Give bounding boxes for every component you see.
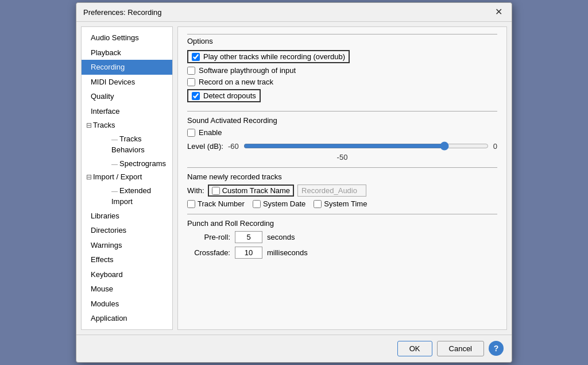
dialog-footer: OK Cancel ? [76, 335, 512, 362]
custom-track-name-label[interactable]: Custom Track Name [222, 186, 290, 195]
system-time-item: System Time [314, 199, 367, 208]
detect-dropouts-label[interactable]: Detect dropouts [203, 91, 256, 100]
level-value-display: -50 [187, 153, 497, 162]
enable-sound-label[interactable]: Enable [199, 128, 222, 137]
dialog-body: Audio Settings Playback Recording MIDI D… [76, 22, 512, 335]
crossfade-row: Crossfade: milliseconds [187, 247, 497, 259]
content-panel: Options Play other tracks while recordin… [177, 26, 507, 330]
record-new-track-row: Record on a new track [187, 78, 497, 86]
sidebar-item-playback[interactable]: Playback [82, 45, 172, 60]
title-bar: Preferences: Recording ✕ [76, 3, 512, 22]
sidebar-item-warnings[interactable]: Warnings [82, 238, 172, 253]
sidebar-item-audio-settings[interactable]: Audio Settings [82, 30, 172, 45]
crossfade-unit: milliseconds [267, 248, 308, 257]
options-title: Options [187, 37, 497, 45]
sidebar-item-extended-import[interactable]: Extended Import [95, 184, 172, 209]
system-date-label[interactable]: System Date [263, 199, 305, 208]
additional-checkboxes-row: Track Number System Date System Time [187, 199, 497, 208]
track-number-label[interactable]: Track Number [198, 199, 245, 208]
preroll-label: Pre-roll: [187, 233, 230, 241]
sidebar-item-recording[interactable]: Recording [82, 60, 172, 75]
with-row: With: Custom Track Name [187, 185, 497, 197]
tracks-collapse-icon: ⊟ [86, 120, 92, 130]
dialog-title: Preferences: Recording [83, 8, 162, 17]
level-label: Level (dB): [187, 142, 223, 151]
sidebar-item-modules[interactable]: Modules [82, 297, 172, 312]
overdub-checkbox[interactable] [192, 53, 200, 61]
preferences-dialog: Preferences: Recording ✕ Audio Settings … [76, 2, 512, 363]
sidebar-item-spectrograms[interactable]: Spectrograms [95, 157, 172, 171]
options-section: Options Play other tracks while recordin… [187, 34, 497, 105]
level-max: 0 [493, 142, 497, 151]
level-value: -50 [337, 153, 348, 162]
enable-sound-checkbox[interactable] [187, 129, 195, 137]
preroll-row: Pre-roll: seconds [187, 231, 497, 243]
sound-activated-section: Sound Activated Recording Enable Level (… [187, 111, 497, 162]
track-number-item: Track Number [187, 199, 245, 208]
cancel-button[interactable]: Cancel [437, 341, 484, 356]
custom-track-name-input[interactable] [297, 185, 366, 197]
system-time-label[interactable]: System Time [324, 199, 367, 208]
help-button[interactable]: ? [489, 341, 504, 356]
level-min: -60 [228, 142, 239, 151]
enable-row: Enable [187, 128, 497, 137]
sidebar-item-keyboard[interactable]: Keyboard [82, 267, 172, 282]
record-new-track-checkbox[interactable] [187, 78, 195, 86]
system-date-item: System Date [253, 199, 305, 208]
software-playthrough-label[interactable]: Software playthrough of input [199, 66, 296, 75]
custom-track-name-checkbox[interactable] [212, 187, 220, 195]
sidebar-item-directories[interactable]: Directories [82, 223, 172, 238]
track-number-checkbox[interactable] [187, 200, 195, 208]
sidebar-item-tracks-behaviors[interactable]: Tracks Behaviors [95, 132, 172, 157]
level-slider[interactable] [243, 141, 489, 151]
sidebar-item-midi-devices[interactable]: MIDI Devices [82, 75, 172, 90]
detect-dropouts-checkbox[interactable] [192, 92, 200, 100]
custom-track-name-row: Custom Track Name [208, 185, 294, 197]
crossfade-input[interactable] [235, 247, 262, 259]
overdub-row: Play other tracks while recording (overd… [187, 50, 350, 63]
overdub-label[interactable]: Play other tracks while recording (overd… [203, 52, 345, 61]
with-label: With: [187, 186, 204, 195]
system-time-checkbox[interactable] [314, 200, 322, 208]
crossfade-label: Crossfade: [187, 248, 230, 257]
close-button[interactable]: ✕ [493, 7, 505, 17]
level-slider-row: Level (dB): -60 0 [187, 140, 497, 152]
sidebar-item-libraries[interactable]: Libraries [82, 209, 172, 224]
slider-container [243, 140, 489, 152]
import-export-collapse-icon: ⊟ [86, 172, 92, 182]
detect-dropouts-row: Detect dropouts [187, 89, 261, 102]
sidebar: Audio Settings Playback Recording MIDI D… [81, 26, 173, 330]
sidebar-item-tracks[interactable]: ⊟ Tracks [82, 118, 172, 132]
record-new-track-label[interactable]: Record on a new track [199, 78, 273, 86]
preroll-unit: seconds [267, 233, 295, 241]
sidebar-item-mouse[interactable]: Mouse [82, 282, 172, 297]
name-tracks-section: Name newly recorded tracks With: Custom … [187, 167, 497, 208]
sidebar-item-quality[interactable]: Quality [82, 89, 172, 104]
preroll-input[interactable] [235, 231, 262, 243]
software-playthrough-checkbox[interactable] [187, 67, 195, 75]
punch-roll-title: Punch and Roll Recording [187, 219, 497, 228]
name-tracks-title: Name newly recorded tracks [187, 172, 497, 181]
sidebar-item-import-export[interactable]: ⊟ Import / Export [82, 170, 172, 184]
software-playthrough-row: Software playthrough of input [187, 66, 497, 75]
sound-activated-title: Sound Activated Recording [187, 116, 497, 125]
sidebar-item-application[interactable]: Application [82, 311, 172, 326]
ok-button[interactable]: OK [397, 341, 432, 356]
sidebar-item-effects[interactable]: Effects [82, 252, 172, 267]
system-date-checkbox[interactable] [253, 200, 261, 208]
punch-roll-section: Punch and Roll Recording Pre-roll: secon… [187, 214, 497, 262]
sidebar-item-interface[interactable]: Interface [82, 104, 172, 119]
